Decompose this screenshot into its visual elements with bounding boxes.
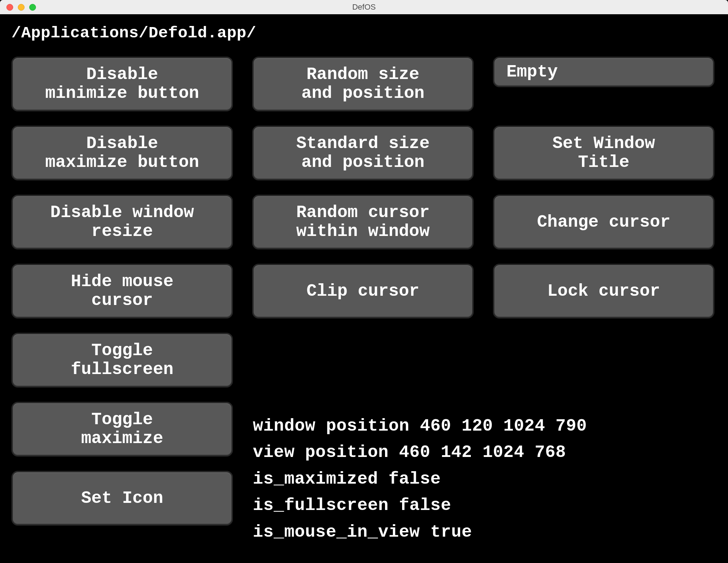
standard-size-position-button[interactable]: Standard size and position [252,126,474,180]
toggle-maximize-button[interactable]: Toggle maximize [11,402,233,457]
app-window: DefOS /Applications/Defold.app/ Disable … [0,0,728,563]
status-readout: window position 460 120 1024 790 view po… [253,413,587,545]
empty-button[interactable]: Empty [493,57,714,87]
status-value: false [389,469,441,489]
titlebar[interactable]: DefOS [0,0,728,14]
status-is-maximized: is_maximized false [253,466,587,492]
change-cursor-button[interactable]: Change cursor [493,195,714,249]
clip-cursor-button[interactable]: Clip cursor [252,264,474,319]
status-view-position: view position 460 142 1024 768 [253,439,587,465]
lock-cursor-button[interactable]: Lock cursor [493,264,714,319]
disable-minimize-button[interactable]: Disable minimize button [11,57,233,111]
set-icon-button[interactable]: Set Icon [11,471,233,526]
disable-window-resize-button[interactable]: Disable window resize [11,195,233,249]
disable-maximize-button[interactable]: Disable maximize button [11,126,233,180]
status-value: 460 142 1024 768 [399,443,566,462]
toggle-fullscreen-button[interactable]: Toggle fullscreen [11,333,233,388]
bundle-path-text: /Applications/Defold.app/ [11,24,717,42]
status-window-position: window position 460 120 1024 790 [253,413,587,439]
status-is-fullscreen: is_fullscreen false [253,492,587,519]
status-label: is_maximized [253,469,378,489]
status-label: is_fullscreen [253,496,389,515]
set-window-title-button[interactable]: Set Window Title [493,126,714,180]
status-is-mouse-in-view: is_mouse_in_view true [253,519,587,545]
content-area: /Applications/Defold.app/ Disable minimi… [0,14,728,563]
random-size-position-button[interactable]: Random size and position [252,57,474,111]
hide-mouse-cursor-button[interactable]: Hide mouse cursor [11,264,233,319]
status-label: window position [253,416,410,436]
status-value: false [399,496,451,515]
status-value: 460 120 1024 790 [420,416,587,436]
window-title: DefOS [0,2,728,12]
status-value: true [430,522,472,542]
random-cursor-within-window-button[interactable]: Random cursor within window [252,195,474,249]
status-label: view position [253,443,389,462]
status-label: is_mouse_in_view [253,522,420,542]
